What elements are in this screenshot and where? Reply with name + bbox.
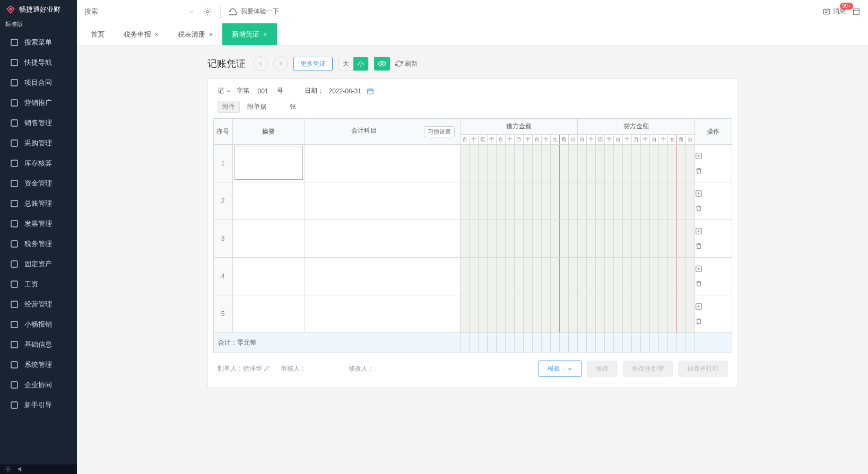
more-voucher-button[interactable]: 更多凭证 [293, 57, 333, 71]
sidebar-item-6[interactable]: 库存核算 [0, 153, 77, 173]
message-button[interactable]: 消息 99+ [822, 7, 846, 16]
sidebar-item-17[interactable]: 企业协同 [0, 375, 77, 395]
sidebar-item-16[interactable]: 系统管理 [0, 355, 77, 375]
sidebar-item-13[interactable]: 经营管理 [0, 294, 77, 314]
size-small-button[interactable]: 小 [353, 57, 368, 71]
svg-rect-5 [11, 120, 18, 126]
topbar: 我要体验一下 消息 99+ [77, 0, 868, 23]
settings-icon[interactable] [203, 7, 212, 16]
save-new-button[interactable]: 保存并新增 [623, 361, 673, 377]
gear-icon[interactable] [4, 466, 12, 473]
sidebar-item-18[interactable]: 新手引导 [0, 395, 77, 415]
attachment-row: 附件 附单据 张 [213, 101, 732, 118]
sidebar-item-2[interactable]: 项目合同 [0, 73, 77, 93]
preview-button[interactable] [374, 57, 390, 71]
voucher-type-select[interactable]: 记 [218, 86, 231, 95]
col-seq: 序号 [213, 119, 232, 145]
voucher-card: 记 字第 001 号 日期： 2022-08-31 附件 附单据 张 [207, 78, 738, 388]
sidebar-item-5[interactable]: 采购管理 [0, 133, 77, 153]
prev-voucher-button[interactable] [253, 56, 268, 71]
delete-row-icon[interactable] [695, 318, 732, 325]
subject-cell[interactable] [305, 145, 460, 182]
brand-icon [5, 4, 16, 15]
sidebar-item-0[interactable]: 搜索菜单 [0, 32, 77, 52]
delete-row-icon[interactable] [695, 242, 732, 250]
content: 记账凭证 更多凭证 大 小 刷新 [77, 46, 868, 474]
subject-cell[interactable] [305, 295, 460, 333]
expand-icon[interactable] [852, 7, 861, 16]
message-badge: 99+ [840, 3, 853, 10]
svg-rect-1 [11, 39, 18, 46]
cloud-icon [229, 7, 238, 16]
habit-settings-button[interactable]: 习惯设置 [424, 126, 455, 137]
delete-row-icon[interactable] [695, 280, 732, 287]
sidebar-item-15[interactable]: 基础信息 [0, 335, 77, 355]
svg-rect-19 [11, 402, 18, 408]
sound-icon[interactable] [17, 466, 24, 473]
voucher-number[interactable]: 001 [255, 87, 272, 95]
svg-rect-2 [11, 59, 18, 66]
chevron-down-icon[interactable] [188, 8, 195, 15]
svg-rect-17 [11, 362, 18, 368]
sidebar-item-1[interactable]: 快捷导航 [0, 52, 77, 73]
search-input[interactable] [84, 7, 184, 15]
close-icon[interactable]: × [263, 30, 267, 39]
save-print-button[interactable]: 保存并打印 [678, 361, 728, 377]
add-row-icon[interactable] [695, 303, 732, 310]
save-button[interactable]: 保存 [587, 361, 618, 377]
subject-cell[interactable] [305, 220, 460, 258]
summary-cell[interactable] [232, 182, 305, 220]
sidebar-item-12[interactable]: 工资 [0, 274, 77, 294]
close-icon[interactable]: × [154, 30, 159, 39]
edit-icon[interactable] [264, 365, 270, 372]
refresh-button[interactable]: 刷新 [395, 59, 418, 68]
tab-0[interactable]: 首页 [81, 23, 114, 45]
message-icon [822, 7, 831, 16]
calendar-icon[interactable] [367, 87, 374, 95]
delete-row-icon[interactable] [695, 205, 732, 212]
svg-point-20 [7, 468, 9, 470]
sidebar-item-7[interactable]: 资金管理 [0, 173, 77, 194]
sidebar-item-14[interactable]: 小畅报销 [0, 314, 77, 335]
svg-rect-6 [11, 140, 18, 146]
delete-row-icon[interactable] [695, 167, 732, 174]
template-button[interactable]: 模板 [539, 361, 581, 377]
experience-link[interactable]: 我要体验一下 [229, 7, 279, 16]
col-ops: 操作 [695, 119, 732, 145]
svg-rect-18 [11, 382, 18, 388]
sidebar-item-10[interactable]: 税务管理 [0, 234, 77, 254]
sidebar-item-3[interactable]: 营销推广 [0, 93, 77, 113]
size-large-button[interactable]: 大 [338, 57, 353, 71]
add-row-icon[interactable] [695, 265, 732, 273]
svg-point-21 [206, 11, 209, 13]
add-row-icon[interactable] [695, 227, 732, 235]
tab-1[interactable]: 税务申报× [114, 23, 168, 45]
svg-rect-15 [11, 321, 18, 328]
summary-cell[interactable] [232, 258, 305, 295]
svg-rect-8 [11, 180, 18, 187]
sidebar-item-9[interactable]: 发票管理 [0, 214, 77, 234]
size-toggle: 大 小 [338, 57, 369, 71]
sidebar-item-4[interactable]: 销售管理 [0, 113, 77, 133]
svg-point-0 [10, 8, 11, 10]
summary-cell[interactable] [232, 220, 305, 258]
next-voucher-button[interactable] [273, 56, 288, 71]
subject-cell[interactable] [305, 182, 460, 220]
table-row: 2 [213, 182, 732, 220]
attachment-button[interactable]: 附件 [218, 101, 240, 113]
tab-2[interactable]: 税表清册× [168, 23, 222, 45]
sidebar-item-8[interactable]: 总账管理 [0, 194, 77, 214]
summary-input[interactable] [235, 146, 303, 180]
voucher-date[interactable]: 2022-08-31 [329, 87, 361, 95]
close-icon[interactable]: × [209, 30, 213, 39]
tab-3[interactable]: 新增凭证× [222, 23, 276, 45]
divider [220, 5, 221, 18]
arrow-left-icon [257, 60, 264, 67]
logo: 畅捷通好业财 [0, 0, 77, 19]
add-row-icon[interactable] [695, 152, 732, 160]
sidebar-item-11[interactable]: 固定资产 [0, 254, 77, 274]
arrow-right-icon [277, 60, 284, 67]
summary-cell[interactable] [232, 295, 305, 333]
subject-cell[interactable] [305, 258, 460, 295]
add-row-icon[interactable] [695, 190, 732, 197]
